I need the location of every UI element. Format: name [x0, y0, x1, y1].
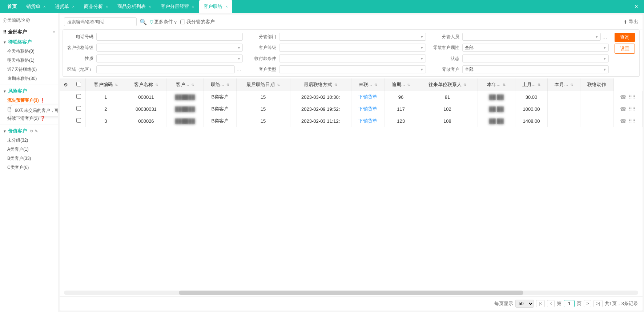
sidebar-item-b-class[interactable]: B类客户(33): [0, 154, 58, 163]
col-name[interactable]: 客户名称 ⇅: [126, 78, 166, 91]
close-product-list[interactable]: ×: [149, 4, 151, 9]
sidebar-item-churn-warning[interactable]: 流失预警客户(3) ❗: [0, 96, 58, 105]
row-checkbox[interactable]: [72, 91, 86, 103]
row-expand[interactable]: [60, 103, 72, 115]
nav-item-product-analysis[interactable]: 商品分析 ×: [80, 0, 112, 13]
action-contact-icon[interactable]: ☎: [620, 106, 626, 112]
phone-label: 电话号码: [67, 34, 96, 40]
close-sales[interactable]: ×: [43, 4, 45, 9]
phone-input[interactable]: [96, 33, 243, 41]
row-select[interactable]: [76, 106, 81, 111]
my-customers-checkbox[interactable]: [180, 20, 185, 24]
col-code[interactable]: 客户编码 ⇅: [85, 78, 126, 91]
select-all-checkbox[interactable]: [76, 82, 81, 86]
customer-type-select[interactable]: [279, 65, 426, 73]
row-expand[interactable]: [60, 91, 72, 103]
edit-icon[interactable]: ✎: [35, 129, 38, 134]
settings-button[interactable]: 设置: [615, 44, 635, 54]
person-dots-icon[interactable]: …: [601, 34, 609, 40]
dept-select[interactable]: [279, 33, 426, 41]
col-contact-count[interactable]: 联络... ⇅: [204, 78, 237, 91]
retail-customer-select-wrapper: 全部 ▼: [462, 65, 609, 73]
sidebar-group-risk[interactable]: ▼ 风险客户: [0, 86, 58, 96]
refresh-icon[interactable]: ↻: [30, 129, 33, 134]
col-this-month[interactable]: 本月... ⇅: [548, 78, 580, 91]
retail-attr-select[interactable]: 全部: [462, 44, 609, 52]
action-more-icon[interactable]: ⠿⠿: [628, 106, 636, 112]
col-this-year[interactable]: 本年... ⇅: [478, 78, 515, 91]
row-expand[interactable]: [60, 115, 72, 127]
my-customers-checkbox-label[interactable]: 我分管的客户: [180, 19, 215, 25]
col-last-method[interactable]: 最后联络方式 ⇅: [290, 78, 351, 91]
last-page-button[interactable]: >|: [593, 300, 602, 307]
customer-grade-select[interactable]: [279, 44, 426, 52]
region-dots-icon[interactable]: …: [235, 66, 243, 72]
col-settings[interactable]: ⚙: [60, 78, 72, 91]
nav-item-purchase[interactable]: 进货单 ×: [51, 0, 79, 13]
row-index: 2: [85, 103, 126, 115]
nav-item-home[interactable]: 首页: [3, 0, 21, 13]
price-grade-select[interactable]: [96, 44, 243, 52]
search-input[interactable]: [64, 17, 137, 26]
close-customer-layer[interactable]: ×: [192, 4, 194, 9]
retail-customer-select[interactable]: 全部: [462, 65, 609, 73]
page-number-input[interactable]: [564, 300, 575, 307]
sidebar-item-7days[interactable]: 近7天待联络(0): [0, 65, 58, 74]
action-more-icon[interactable]: ⠿⠿: [628, 94, 636, 100]
sidebar-all-customers[interactable]: ⠿ 全部客户 «: [0, 27, 58, 37]
action-contact-icon[interactable]: ☎: [620, 94, 626, 100]
sidebar-collapse-icon[interactable]: «: [52, 29, 55, 35]
window-close-button[interactable]: ×: [631, 3, 641, 11]
nav-item-customer-contact[interactable]: 客户联络 ×: [199, 0, 232, 13]
churn-warning-tooltip: 90天未交易的客户，可能有流失风险。: [11, 105, 58, 116]
nav-item-customer-layer[interactable]: 客户分层经营 ×: [156, 0, 198, 13]
nature-select[interactable]: [96, 54, 243, 62]
next-page-button[interactable]: >: [584, 300, 591, 307]
sidebar-item-tomorrow[interactable]: 明天待联络(1): [0, 56, 58, 65]
sidebar-item-ungrouped[interactable]: 未分组(32): [0, 136, 58, 145]
sidebar-group-value-label: 价值客户: [8, 128, 27, 134]
sidebar-item-today[interactable]: 今天待联络(0): [0, 47, 58, 56]
query-button[interactable]: 查询: [615, 33, 635, 42]
sidebar-item-overdue[interactable]: 逾期未联络(30): [0, 74, 58, 83]
close-product-analysis[interactable]: ×: [106, 4, 108, 9]
action-more-icon[interactable]: ⠿⠿: [628, 118, 636, 124]
payment-select[interactable]: [279, 54, 426, 62]
per-page-select[interactable]: 50 100 200: [515, 300, 534, 308]
col-type[interactable]: 客户... ⇅: [166, 78, 204, 91]
region-input[interactable]: [96, 65, 235, 73]
row-last-method[interactable]: 下销货单: [351, 91, 385, 103]
close-customer-contact[interactable]: ×: [225, 4, 228, 9]
col-checkbox[interactable]: [72, 78, 86, 91]
sidebar-group-pending[interactable]: ▼ 待联络客户: [0, 37, 58, 47]
row-last-method[interactable]: 下销货单: [351, 115, 385, 127]
nav-item-product-list[interactable]: 商品分析列表 ×: [113, 0, 155, 13]
sidebar-item-c-class[interactable]: C类客户(6): [0, 163, 58, 172]
row-select[interactable]: [76, 118, 81, 123]
action-contact-icon[interactable]: ☎: [620, 118, 626, 124]
col-not-contact[interactable]: 未联... ⇅: [351, 78, 385, 91]
first-page-button[interactable]: |<: [536, 300, 545, 307]
search-button[interactable]: 🔍: [140, 19, 147, 25]
row-type: B类客户: [204, 115, 237, 127]
status-select[interactable]: [462, 54, 609, 62]
more-conditions-button[interactable]: ▽ 更多条件 ∨: [150, 19, 177, 25]
col-overdue[interactable]: 逾期... ⇅: [385, 78, 417, 91]
person-select[interactable]: [462, 33, 601, 41]
sidebar-search-input[interactable]: [3, 18, 57, 23]
row-contact-count: 15: [236, 115, 290, 127]
row-last-method[interactable]: 下销货单: [351, 103, 385, 115]
nav-item-sales[interactable]: 销货单 ×: [22, 0, 50, 13]
export-button[interactable]: ⬆ 导出: [623, 19, 638, 25]
sidebar-group-value[interactable]: ▼ 价值客户 ↻ ✎: [0, 126, 58, 136]
col-last-month[interactable]: 上月... ⇅: [515, 78, 548, 91]
col-last-date[interactable]: 最后联络日期 ⇅: [236, 78, 290, 91]
row-checkbox[interactable]: [72, 115, 86, 127]
col-contact2[interactable]: 往来单位联系人 ⇅: [417, 78, 478, 91]
sidebar-item-a-class[interactable]: A类客户(1): [0, 145, 58, 154]
prev-page-button[interactable]: <: [547, 300, 555, 307]
horizontal-scrollbar[interactable]: [64, 291, 638, 295]
row-select[interactable]: [76, 94, 81, 99]
row-checkbox[interactable]: [72, 103, 86, 115]
close-purchase[interactable]: ×: [72, 4, 74, 9]
